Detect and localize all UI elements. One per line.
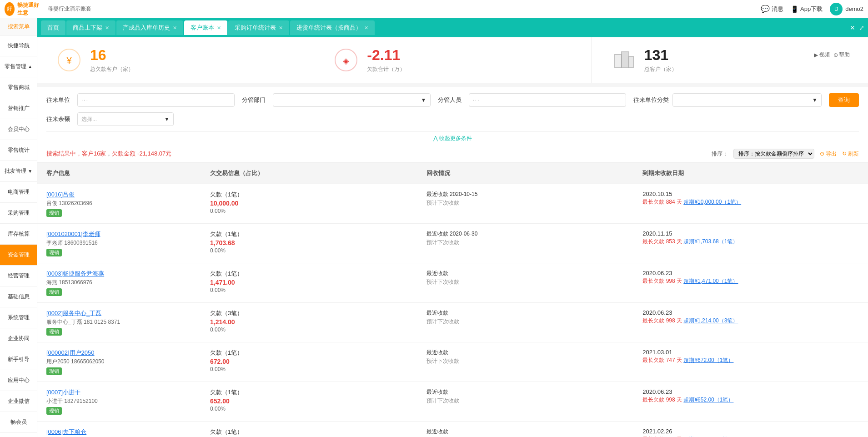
sidebar-item-retail-mgmt[interactable]: 零售管理 ▲ (0, 56, 37, 77)
customer-name-6[interactable]: [0006]去下粮仓 (46, 428, 210, 436)
close-tab-product-history[interactable]: ✕ (173, 25, 177, 31)
overdue-link-5[interactable]: 超期¥652.00（1笔） (683, 397, 733, 403)
debt-amount-value: -2.11 (367, 47, 405, 64)
customer-tag-1: 现销 (46, 249, 62, 256)
unit-category-select[interactable]: ▼ (672, 93, 822, 107)
query-btn[interactable]: 查询 (829, 93, 859, 107)
topbar-right: 💬 消息 📱 App下载 D demo2 (761, 3, 863, 15)
sidebar-item-sys-mgmt[interactable]: 系统管理 (0, 307, 37, 328)
tab-close-all-btn[interactable]: ✕ (850, 24, 855, 31)
filter-from-unit: 往来单位 ··· (46, 93, 235, 107)
dept-select[interactable]: ▼ (273, 93, 430, 107)
from-unit-input[interactable]: ··· (77, 93, 235, 107)
overdue-6: 2021.02.26 最长欠款 750 天 超期¥455.90（1笔） (642, 426, 859, 437)
page-content: ¥ 16 总欠款客户（家） ◈ (37, 37, 868, 437)
sidebar-item-ops-mgmt[interactable]: 经营管理 (0, 266, 37, 286)
sidebar-item-batch-mgmt[interactable]: 批发管理 ▼ (0, 161, 37, 182)
manager-input[interactable]: ··· (469, 93, 626, 107)
debt-amount-0[interactable]: 10,000.00 (210, 200, 426, 207)
customer-info-2: [0003]畅捷服务尹海燕 海燕 18513066976 现销 (46, 268, 210, 298)
sidebar-item-app-center[interactable]: 应用中心 (0, 370, 37, 391)
sidebar-item-retail-mall[interactable]: 零售商城 (0, 77, 37, 98)
sidebar-item-basic-info[interactable]: 基础信息 (0, 286, 37, 307)
debt-amount-icon: ◈ (332, 46, 360, 74)
sidebar-item-retail-stats[interactable]: 零售统计 (0, 140, 37, 161)
debt-count-0: 欠款（1笔） (210, 191, 426, 199)
collapse-btn[interactable]: ⋀ 收起更多条件 (46, 131, 859, 145)
debt-customers-value: 16 (90, 47, 134, 64)
refresh-btn[interactable]: ↻刷新 (842, 150, 859, 158)
overdue-link-0[interactable]: 超期¥10,000.00（1笔） (683, 199, 741, 205)
logo-icon: 好 (5, 2, 15, 16)
collection-0: 最近收款 2020-10-15 预计下次收款 (426, 189, 643, 209)
sort-select[interactable]: 排序：按欠款金额倒序排序 (733, 149, 814, 159)
summary-info-debt: 16 总欠款客户（家） (90, 47, 134, 73)
industry-label: 母婴行业演示账套 (43, 5, 91, 13)
customer-tag-2: 现销 (46, 288, 62, 296)
customer-name-4[interactable]: [000002]用户2050 (46, 349, 210, 357)
debt-info-1: 欠款（1笔） 1,703.68 0.00% (210, 228, 426, 256)
tab-customer-account[interactable]: 客户账本 ✕ (184, 20, 227, 35)
tab-expand-btn[interactable]: ⤢ (859, 24, 864, 31)
sidebar-item-quick-nav[interactable]: 快捷导航 (0, 35, 37, 56)
sidebar-item-marketing[interactable]: 营销推广 (0, 98, 37, 119)
tab-import-stats[interactable]: 进货单统计表（按商品） ✕ (290, 20, 375, 35)
sidebar-item-enterprise-wechat[interactable]: 企业微信 (0, 391, 37, 412)
sidebar-item-ecom-mgmt[interactable]: 电商管理 (0, 182, 37, 203)
table-row: [000002]用户2050 用户2050 18665062050 现销 欠款（… (37, 342, 868, 382)
overdue-link-2[interactable]: 超期¥1,471.00（1笔） (683, 278, 738, 284)
data-table: 客户信息 欠交易信息（占比） 回收情况 到期未收款日期 [0016]吕俊 吕俊 … (37, 163, 868, 437)
sidebar-item-member-vip[interactable]: 畅会员 (0, 412, 37, 433)
filter-unit-category: 往来单位分类 ▼ (633, 93, 822, 107)
sidebar-search[interactable]: 搜索菜单 (0, 18, 37, 35)
message-btn[interactable]: 💬 消息 (761, 5, 783, 13)
customer-name-3[interactable]: [0002]服务中心_丁磊 (46, 309, 210, 317)
overdue-link-1[interactable]: 超期¥1,703.68（1笔） (683, 238, 738, 245)
tab-bar: 首页 商品上下架 ✕ 产成品入库单历史 ✕ 客户账本 ✕ 采购订单统计表 ✕ (37, 18, 868, 37)
debt-info-4: 欠款（1笔） 672.00 0.00% (210, 347, 426, 374)
customer-name-1[interactable]: [0001020001]李老师 (46, 230, 210, 238)
customer-name-2[interactable]: [0003]畅捷服务尹海燕 (46, 270, 210, 278)
sidebar-item-member-center[interactable]: 会员中心 (0, 119, 37, 140)
sidebar-item-enterprise-collab[interactable]: 企业协同 (0, 328, 37, 349)
user-area[interactable]: D demo2 (830, 3, 863, 15)
tab-product-history[interactable]: 产成品入库单历史 ✕ (116, 20, 183, 35)
filter-dept: 分管部门 ▼ (242, 93, 430, 107)
logo-area: 好 畅捷通好生意 (5, 1, 41, 17)
customer-name-0[interactable]: [0016]吕俊 (46, 191, 210, 199)
help-btn[interactable]: ⊙ 帮助 (833, 51, 850, 59)
customer-name-5[interactable]: [0007]小进干 (46, 388, 210, 397)
export-btn[interactable]: ⊙导出 (820, 150, 837, 158)
view-video-btn[interactable]: ▶ 视频 (814, 51, 830, 59)
filter-balance: 往来余额 选择... ▼ (46, 112, 174, 126)
tab-product-off[interactable]: 商品上下架 ✕ (66, 20, 115, 35)
overdue-link-4[interactable]: 超期¥672.00（1笔） (683, 357, 733, 363)
result-bar: 搜索结果中，客户16家，欠款金额 -21,148.07元 排序： 排序：按欠款金… (37, 145, 868, 163)
logo-text: 畅捷通好生意 (17, 1, 41, 17)
overdue-5: 2020.06.23 最长欠款 998 天 超期¥652.00（1笔） (642, 387, 859, 406)
tab-home[interactable]: 首页 (41, 20, 65, 35)
table-row: [0001020001]李老师 李老师 18600391516 现销 欠款（1笔… (37, 224, 868, 263)
balance-select[interactable]: 选择... ▼ (77, 112, 174, 126)
sidebar-item-new-guide[interactable]: 新手引导 (0, 349, 37, 370)
close-tab-customer-account[interactable]: ✕ (217, 25, 221, 31)
summary-actions: ▶ 视频 ⊙ 帮助 (814, 46, 850, 59)
app-download-btn[interactable]: 📱 App下载 (791, 5, 823, 13)
close-tab-import-stats[interactable]: ✕ (364, 25, 368, 31)
sidebar-item-finance-mgmt[interactable]: 资金管理 (0, 245, 37, 266)
overdue-4: 2021.03.01 最长欠款 747 天 超期¥672.00（1笔） (642, 347, 859, 366)
customer-tag-0: 现销 (46, 209, 62, 217)
close-tab-purchase-order[interactable]: ✕ (279, 25, 283, 31)
collection-5: 最近收款 预计下次收款 (426, 387, 643, 407)
overdue-link-3[interactable]: 超期¥1,214.00（3笔） (683, 317, 738, 324)
filter-area: 往来单位 ··· 分管部门 ▼ (37, 87, 868, 145)
top-bar: 好 畅捷通好生意 母婴行业演示账套 💬 消息 📱 App下载 D demo2 (0, 0, 868, 18)
tab-purchase-order[interactable]: 采购订单统计表 ✕ (228, 20, 289, 35)
dept-label: 分管部门 (242, 96, 269, 104)
sidebar-item-inventory[interactable]: 库存核算 (0, 224, 37, 245)
close-tab-product-off[interactable]: ✕ (105, 25, 109, 31)
table-row: [0002]服务中心_丁磊 服务中心_丁磊 181 0125 8371 现销 欠… (37, 303, 868, 342)
debt-amount-label: 欠款合计（万） (367, 65, 405, 73)
customer-info-5: [0007]小进干 小进干 18279152100 现销 (46, 387, 210, 417)
sidebar-item-purchase-mgmt[interactable]: 采购管理 (0, 203, 37, 224)
